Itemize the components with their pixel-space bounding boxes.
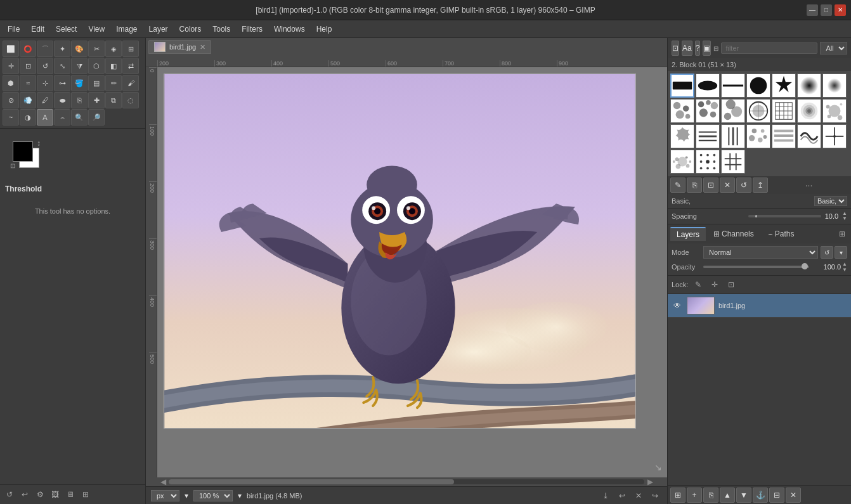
tool-crop[interactable]: ⊡ bbox=[20, 58, 36, 74]
menu-view[interactable]: View bbox=[83, 23, 110, 35]
tab-channels[interactable]: ⊞ Channels bbox=[707, 228, 760, 240]
tool-align[interactable]: ⊞ bbox=[122, 41, 139, 57]
scroll-right-icon[interactable]: ▶ bbox=[644, 477, 656, 486]
display-settings-icon[interactable]: 🖥 bbox=[63, 488, 77, 501]
redo-footer-icon[interactable]: ↪ bbox=[648, 489, 662, 503]
brush-cell-lines-horiz[interactable] bbox=[696, 124, 720, 148]
tool-gradient[interactable]: ▤ bbox=[88, 75, 105, 91]
layer-visibility-toggle[interactable]: 👁 bbox=[672, 300, 683, 311]
menu-windows[interactable]: Windows bbox=[269, 23, 310, 35]
opacity-stepper[interactable]: ▲ ▼ bbox=[842, 261, 847, 273]
image-canvas[interactable] bbox=[164, 74, 636, 429]
unit-select[interactable]: px % cm bbox=[151, 490, 179, 501]
lock-position-icon[interactable]: ✛ bbox=[708, 278, 721, 291]
brush-cell-texture7[interactable] bbox=[772, 124, 796, 148]
layer-down-btn[interactable]: ▼ bbox=[736, 488, 751, 503]
tool-heal[interactable]: ✚ bbox=[88, 92, 105, 108]
tool-cage-transform[interactable]: ⬢ bbox=[3, 75, 19, 91]
tool-paintbrush[interactable]: 🖌 bbox=[122, 75, 139, 91]
tool-select-by-color[interactable]: 🎨 bbox=[71, 41, 88, 57]
tool-perspective-clone[interactable]: ⧉ bbox=[105, 92, 122, 108]
spacing-stepper[interactable]: ▲ ▼ bbox=[842, 211, 847, 221]
delete-footer-icon[interactable]: ✕ bbox=[632, 489, 646, 503]
tool-path[interactable]: ⌢ bbox=[54, 109, 70, 126]
opacity-up-icon[interactable]: ▲ bbox=[842, 261, 847, 267]
brushes-icon-btn-4[interactable]: ▣ bbox=[703, 41, 711, 56]
spacing-slider[interactable] bbox=[748, 215, 821, 217]
swap-colors-icon[interactable]: ↕ bbox=[37, 139, 41, 148]
brush-view-icon[interactable]: ⊡ bbox=[703, 178, 718, 193]
close-button[interactable]: ✕ bbox=[835, 4, 846, 16]
export-icon[interactable]: ⤓ bbox=[599, 489, 613, 503]
opacity-slider-thumb[interactable] bbox=[802, 263, 808, 269]
menu-help[interactable]: Help bbox=[311, 23, 337, 35]
lock-alpha-icon[interactable]: ⊡ bbox=[725, 278, 737, 291]
brush-cell-softmed[interactable] bbox=[822, 74, 847, 98]
mode-select[interactable]: Normal Multiply Screen Overlay bbox=[703, 246, 818, 259]
tool-paint-bucket[interactable]: 🪣 bbox=[71, 75, 88, 91]
brush-cell-line[interactable] bbox=[721, 74, 745, 98]
brush-cell-lines-vert[interactable] bbox=[721, 124, 745, 148]
tool-config-icon[interactable]: ⚙ bbox=[33, 488, 47, 501]
tool-ink[interactable]: 🖊 bbox=[37, 92, 53, 108]
tool-text[interactable]: A bbox=[37, 109, 53, 126]
tool-smudge[interactable]: ~ bbox=[3, 109, 19, 126]
tool-dodge-burn[interactable]: ◑ bbox=[20, 109, 36, 126]
undo-icon[interactable]: ↩ bbox=[18, 488, 32, 501]
menu-file[interactable]: File bbox=[3, 23, 25, 35]
scrollbar-track-h[interactable] bbox=[169, 479, 644, 484]
canvas-tab-bird1[interactable]: bird1.jpg ✕ bbox=[148, 40, 211, 54]
preset-select[interactable]: Basic, bbox=[814, 196, 847, 206]
duplicate-layer-btn[interactable]: ⎘ bbox=[703, 488, 718, 503]
brush-cell-texture3[interactable] bbox=[721, 99, 745, 123]
menu-image[interactable]: Image bbox=[111, 23, 142, 35]
tool-blur-sharpen[interactable]: ◌ bbox=[122, 92, 139, 108]
tool-rotate[interactable]: ↺ bbox=[37, 58, 53, 74]
brush-duplicate-icon[interactable]: ⎘ bbox=[687, 178, 702, 193]
brush-cell-splat2[interactable] bbox=[670, 124, 694, 148]
brush-cell-texture6[interactable] bbox=[797, 99, 821, 123]
scrollbar-thumb-h[interactable] bbox=[169, 479, 454, 484]
brush-cell-texture8[interactable] bbox=[797, 124, 821, 148]
brushes-panel-collapse[interactable]: ⊟ bbox=[713, 43, 718, 53]
brushes-filter-dropdown[interactable]: All bbox=[820, 42, 847, 55]
canvas-scrollbar-horizontal[interactable]: ◀ ▶ bbox=[146, 477, 667, 486]
brushes-icon-btn-1[interactable]: ⊡ bbox=[672, 41, 679, 56]
tool-warp[interactable]: ≈ bbox=[20, 75, 36, 91]
brush-export-icon[interactable]: ↥ bbox=[753, 178, 768, 193]
menu-tools[interactable]: Tools bbox=[207, 23, 235, 35]
brush-cell-bigdot[interactable] bbox=[746, 74, 770, 98]
undo-history-icon[interactable]: ↺ bbox=[3, 488, 16, 501]
canvas-tab-close-icon[interactable]: ✕ bbox=[200, 43, 205, 51]
tool-foreground-select[interactable]: ◈ bbox=[105, 41, 122, 57]
tool-fuzzy-select[interactable]: ✦ bbox=[54, 41, 70, 57]
tool-transform-3d[interactable]: ◧ bbox=[105, 58, 122, 74]
brush-cell-ellipse[interactable] bbox=[696, 74, 720, 98]
brush-cell-block[interactable] bbox=[670, 74, 694, 98]
mode-icon-1[interactable]: ↺ bbox=[821, 246, 833, 259]
tool-myPaint-brush[interactable]: ⬬ bbox=[54, 92, 70, 108]
tool-zoom[interactable]: 🔎 bbox=[88, 109, 105, 126]
tool-move[interactable]: ✛ bbox=[3, 58, 19, 74]
anchor-layer-btn[interactable]: ⚓ bbox=[753, 488, 768, 503]
menu-layer[interactable]: Layer bbox=[144, 23, 173, 35]
tool-rect-select[interactable]: ⬜ bbox=[3, 41, 19, 57]
tool-scale[interactable]: ⤡ bbox=[54, 58, 70, 74]
menu-select[interactable]: Select bbox=[51, 23, 82, 35]
image-map-icon[interactable]: 🖼 bbox=[48, 488, 62, 501]
new-layer-btn[interactable]: + bbox=[687, 488, 702, 503]
zoom-select[interactable]: 100 % 50 % 200 % bbox=[193, 490, 233, 501]
brushes-filter-input[interactable] bbox=[721, 42, 817, 54]
reset-colors-icon[interactable]: ⊡ bbox=[10, 162, 15, 169]
tool-ellipse-select[interactable]: ⭕ bbox=[20, 41, 36, 57]
brush-cell-splat4[interactable] bbox=[670, 150, 694, 174]
tool-clone[interactable]: ⎘ bbox=[71, 92, 88, 108]
opacity-down-icon[interactable]: ▼ bbox=[842, 267, 847, 273]
tool-flip[interactable]: ⇄ bbox=[122, 58, 139, 74]
brush-cell-texture2[interactable] bbox=[696, 99, 720, 123]
canvas-viewport[interactable]: ↘ bbox=[157, 67, 667, 477]
brush-cell-texture5[interactable] bbox=[772, 99, 796, 123]
merge-layer-btn[interactable]: ⊟ bbox=[769, 488, 784, 503]
layer-up-btn[interactable]: ▲ bbox=[720, 488, 735, 503]
brushes-icon-btn-3[interactable]: ? bbox=[695, 41, 701, 56]
